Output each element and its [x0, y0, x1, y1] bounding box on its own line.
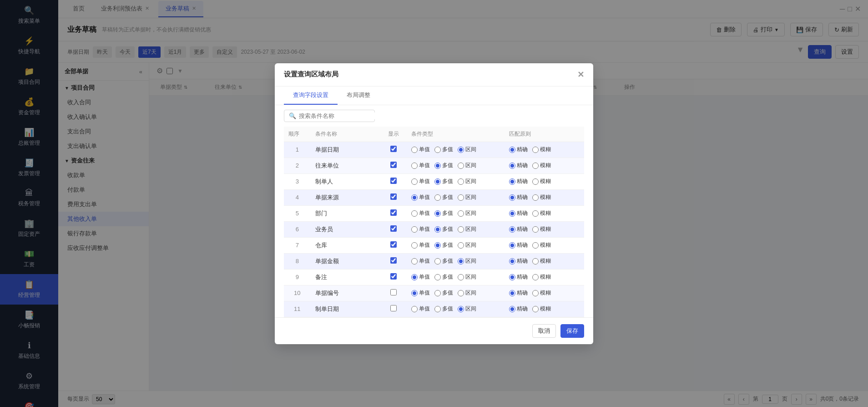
radio-match-fuzzy-9[interactable]: 模糊 [532, 273, 551, 281]
radio-match-precise-9[interactable]: 精确 [509, 273, 528, 281]
radio-condtype-2-row-3[interactable]: 多值 [434, 178, 453, 185]
show-checkbox-6[interactable] [390, 225, 397, 232]
radio-condtype-3-row-9[interactable]: 区间 [458, 273, 476, 281]
radio-match-fuzzy-5[interactable]: 模糊 [532, 209, 551, 217]
radio-input-condtype-3-row-5[interactable] [458, 210, 464, 217]
radio-input-condtype-1-row-10[interactable] [411, 290, 418, 296]
radio-match-fuzzy-3[interactable]: 模糊 [532, 178, 551, 185]
radio-condtype-1-row-4[interactable]: 单值 [411, 193, 430, 201]
radio-input-precise-8[interactable] [509, 258, 515, 265]
radio-condtype-3-row-5[interactable]: 区间 [458, 209, 476, 217]
radio-condtype-3-row-1[interactable]: 区间 [458, 146, 476, 153]
radio-match-precise-5[interactable]: 精确 [509, 209, 528, 217]
radio-input-precise-5[interactable] [509, 210, 515, 217]
radio-match-fuzzy-4[interactable]: 模糊 [532, 193, 551, 201]
radio-match-fuzzy-8[interactable]: 模糊 [532, 257, 551, 265]
radio-match-precise-7[interactable]: 精确 [509, 241, 528, 249]
radio-match-precise-3[interactable]: 精确 [509, 178, 528, 185]
radio-condtype-3-row-3[interactable]: 区间 [458, 178, 476, 185]
radio-input-condtype-1-row-5[interactable] [411, 210, 418, 217]
radio-input-condtype-1-row-7[interactable] [411, 242, 418, 249]
radio-match-precise-4[interactable]: 精确 [509, 193, 528, 201]
radio-condtype-2-row-11[interactable]: 多值 [434, 305, 453, 313]
radio-input-condtype-1-row-6[interactable] [411, 226, 418, 233]
radio-input-condtype-2-row-11[interactable] [434, 306, 441, 312]
show-checkbox-7[interactable] [390, 241, 397, 248]
radio-condtype-3-row-4[interactable]: 区间 [458, 193, 476, 201]
radio-condtype-1-row-9[interactable]: 单值 [411, 273, 430, 281]
table-row[interactable] [380, 285, 407, 301]
radio-input-condtype-2-row-6[interactable] [434, 226, 441, 233]
radio-input-fuzzy-6[interactable] [532, 226, 539, 233]
radio-match-fuzzy-2[interactable]: 模糊 [532, 162, 551, 169]
modal-tab-query-settings[interactable]: 查询字段设置 [284, 86, 338, 105]
radio-input-condtype-2-row-3[interactable] [434, 178, 441, 185]
radio-input-fuzzy-7[interactable] [532, 242, 539, 249]
radio-input-fuzzy-5[interactable] [532, 210, 539, 217]
radio-match-precise-11[interactable]: 精确 [509, 305, 528, 313]
radio-input-condtype-1-row-11[interactable] [411, 306, 418, 312]
radio-input-fuzzy-2[interactable] [532, 163, 539, 169]
radio-input-condtype-1-row-9[interactable] [411, 274, 418, 280]
radio-match-fuzzy-10[interactable]: 模糊 [532, 289, 551, 297]
radio-condtype-3-row-8[interactable]: 区间 [458, 257, 476, 265]
radio-condtype-1-row-7[interactable]: 单值 [411, 241, 430, 249]
radio-input-condtype-3-row-11[interactable] [458, 306, 464, 312]
radio-input-fuzzy-8[interactable] [532, 258, 539, 265]
radio-match-fuzzy-7[interactable]: 模糊 [532, 241, 551, 249]
radio-condtype-1-row-10[interactable]: 单值 [411, 289, 430, 297]
table-row[interactable] [380, 205, 407, 221]
radio-input-condtype-2-row-7[interactable] [434, 242, 441, 249]
radio-input-precise-9[interactable] [509, 274, 515, 280]
radio-match-fuzzy-1[interactable]: 模糊 [532, 146, 551, 153]
radio-input-condtype-2-row-5[interactable] [434, 210, 441, 217]
radio-input-condtype-2-row-1[interactable] [434, 147, 441, 153]
radio-condtype-1-row-1[interactable]: 单值 [411, 146, 430, 153]
radio-condtype-2-row-6[interactable]: 多值 [434, 225, 453, 233]
radio-condtype-2-row-8[interactable]: 多值 [434, 257, 453, 265]
radio-input-condtype-1-row-4[interactable] [411, 194, 418, 201]
table-row[interactable] [380, 173, 407, 189]
radio-input-fuzzy-3[interactable] [532, 178, 539, 185]
radio-match-precise-8[interactable]: 精确 [509, 257, 528, 265]
radio-condtype-1-row-5[interactable]: 单值 [411, 209, 430, 217]
modal-search-input[interactable] [299, 112, 375, 119]
radio-condtype-2-row-9[interactable]: 多值 [434, 273, 453, 281]
radio-input-precise-3[interactable] [509, 178, 515, 185]
radio-input-condtype-3-row-10[interactable] [458, 290, 464, 296]
radio-input-condtype-3-row-1[interactable] [458, 147, 464, 153]
radio-condtype-2-row-2[interactable]: 多值 [434, 162, 453, 169]
radio-condtype-2-row-4[interactable]: 多值 [434, 193, 453, 201]
radio-input-condtype-1-row-8[interactable] [411, 258, 418, 265]
radio-condtype-3-row-10[interactable]: 区间 [458, 289, 476, 297]
radio-match-precise-6[interactable]: 精确 [509, 225, 528, 233]
radio-input-condtype-3-row-4[interactable] [458, 194, 464, 201]
modal-overlay[interactable]: 设置查询区域布局 ✕ 查询字段设置 布局调整 🔍 [0, 0, 868, 407]
show-checkbox-2[interactable] [390, 162, 397, 168]
show-checkbox-8[interactable] [390, 257, 397, 264]
table-row[interactable] [380, 142, 407, 158]
radio-match-precise-1[interactable]: 精确 [509, 146, 528, 153]
radio-input-precise-2[interactable] [509, 163, 515, 169]
radio-input-condtype-1-row-1[interactable] [411, 147, 418, 153]
radio-condtype-2-row-1[interactable]: 多值 [434, 146, 453, 153]
radio-input-condtype-2-row-10[interactable] [434, 290, 441, 296]
modal-cancel-button[interactable]: 取消 [532, 324, 556, 338]
radio-input-precise-4[interactable] [509, 194, 515, 201]
radio-match-fuzzy-11[interactable]: 模糊 [532, 305, 551, 313]
show-checkbox-9[interactable] [390, 273, 397, 280]
radio-condtype-3-row-7[interactable]: 区间 [458, 241, 476, 249]
table-row[interactable] [380, 158, 407, 173]
radio-input-condtype-2-row-9[interactable] [434, 274, 441, 280]
radio-input-fuzzy-11[interactable] [532, 306, 539, 312]
radio-condtype-1-row-11[interactable]: 单值 [411, 305, 430, 313]
radio-match-precise-2[interactable]: 精确 [509, 162, 528, 169]
radio-match-fuzzy-6[interactable]: 模糊 [532, 225, 551, 233]
table-row[interactable] [380, 301, 407, 317]
table-row[interactable] [380, 189, 407, 205]
radio-input-precise-1[interactable] [509, 147, 515, 153]
show-checkbox-3[interactable] [390, 178, 397, 184]
radio-input-precise-7[interactable] [509, 242, 515, 249]
table-row[interactable] [380, 269, 407, 285]
show-checkbox-10[interactable] [390, 289, 397, 295]
